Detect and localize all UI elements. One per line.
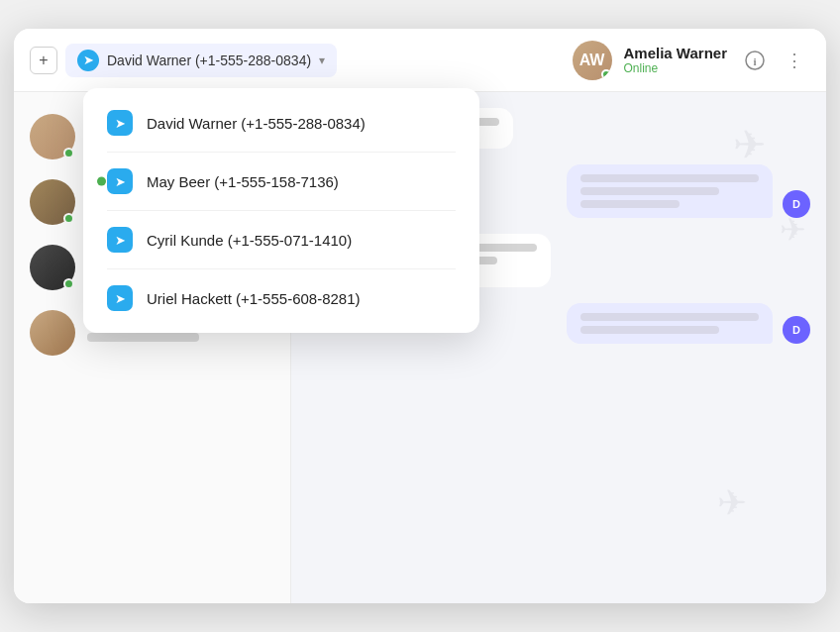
- plus-icon: +: [39, 52, 48, 69]
- online-dot: [63, 278, 74, 289]
- dropdown-item-label: Uriel Hackett (+1-555-608-8281): [147, 290, 361, 307]
- divider: [107, 210, 456, 211]
- avatar: [30, 179, 75, 225]
- app-window: + ➤ David Warner (+1-555-288-0834) ▾ AW …: [14, 29, 826, 603]
- telegram-arrow-icon: ➤: [115, 291, 126, 306]
- divider: [107, 152, 456, 153]
- telegram-arrow-icon: ➤: [115, 233, 126, 248]
- telegram-icon: ➤: [107, 110, 133, 136]
- bg-icon-2: ✈: [780, 211, 806, 249]
- chevron-down-icon: ▾: [319, 53, 325, 67]
- avatar: [30, 245, 75, 290]
- msg-line: [580, 187, 719, 195]
- message-bubble: [567, 164, 773, 218]
- dropdown-item[interactable]: ➤ May Beer (+1-555-158-7136): [83, 155, 479, 208]
- online-dot: [63, 148, 74, 158]
- dropdown-item[interactable]: ➤ Cyril Kunde (+1-555-071-1410): [83, 213, 479, 266]
- telegram-icon: ➤: [107, 227, 133, 253]
- online-dot-indicator: [97, 177, 106, 186]
- online-indicator: [601, 69, 611, 79]
- tab-label: David Warner (+1-555-288-0834): [107, 53, 311, 68]
- telegram-arrow: ➤: [83, 53, 94, 67]
- avatar: [30, 114, 75, 159]
- avatar-image: [30, 310, 75, 356]
- account-dropdown: ➤ David Warner (+1-555-288-0834) ➤ May B…: [83, 88, 479, 333]
- contact-status: Online: [624, 61, 727, 75]
- header-actions: i ⋮: [739, 45, 810, 76]
- svg-text:i: i: [753, 54, 756, 66]
- contact-info: Amelia Warner Online: [624, 45, 727, 75]
- telegram-icon-tab: ➤: [77, 50, 99, 71]
- message-bubble: [567, 303, 773, 344]
- message-sent: D: [567, 164, 810, 218]
- dropdown-item-label: May Beer (+1-555-158-7136): [147, 173, 339, 190]
- bg-icon-3: ✈: [717, 482, 747, 524]
- info-button[interactable]: i: [739, 45, 771, 76]
- header-right: AW Amelia Warner Online i ⋮: [573, 41, 810, 80]
- telegram-icon: ➤: [107, 285, 133, 311]
- bg-icon-1: ✈: [733, 122, 767, 167]
- contact-name: Amelia Warner: [624, 45, 727, 61]
- sent-avatar: D: [783, 316, 810, 344]
- msg-line: [580, 313, 759, 321]
- dropdown-item[interactable]: ➤ Uriel Hackett (+1-555-608-8281): [83, 271, 479, 325]
- msg-line: [580, 174, 759, 182]
- msg-line: [580, 326, 719, 334]
- preview-bar: [87, 333, 199, 342]
- msg-line: [580, 200, 680, 208]
- online-dot: [63, 213, 74, 224]
- header-left: + ➤ David Warner (+1-555-288-0834) ▾: [30, 44, 561, 77]
- more-button[interactable]: ⋮: [779, 45, 810, 76]
- header: + ➤ David Warner (+1-555-288-0834) ▾ AW …: [14, 29, 826, 92]
- dropdown-item[interactable]: ➤ David Warner (+1-555-288-0834): [83, 96, 479, 150]
- avatar: [30, 310, 75, 356]
- telegram-arrow-icon: ➤: [115, 174, 126, 189]
- add-tab-button[interactable]: +: [30, 47, 57, 74]
- dropdown-item-label: Cyril Kunde (+1-555-071-1410): [147, 232, 352, 249]
- message-sent: D: [567, 303, 810, 344]
- contact-avatar: AW: [573, 41, 612, 80]
- active-tab[interactable]: ➤ David Warner (+1-555-288-0834) ▾: [65, 44, 337, 77]
- telegram-icon: ➤: [107, 168, 133, 194]
- divider: [107, 268, 456, 269]
- dropdown-item-label: David Warner (+1-555-288-0834): [147, 115, 366, 132]
- telegram-arrow-icon: ➤: [115, 116, 126, 131]
- more-icon: ⋮: [786, 50, 803, 71]
